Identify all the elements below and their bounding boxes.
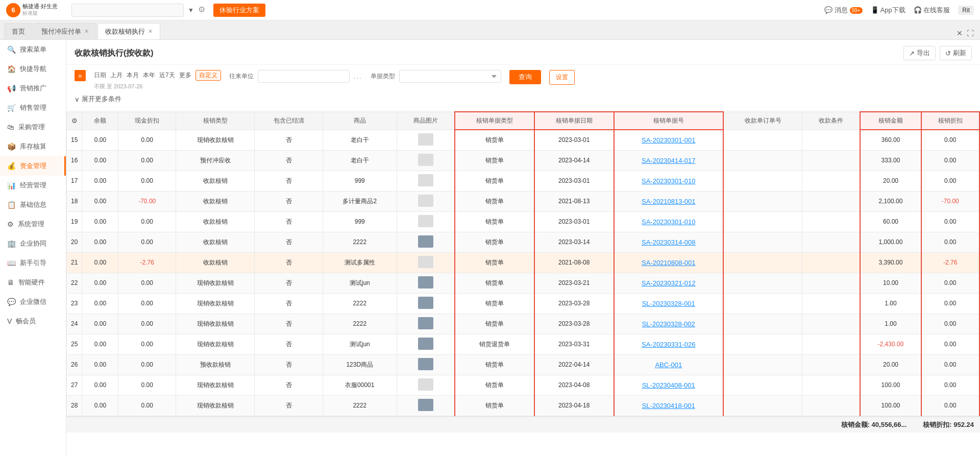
cell-type: 预收款核销 (176, 354, 255, 375)
cell-discount: 0.00 (118, 171, 176, 191)
type-select[interactable] (399, 70, 501, 83)
from-unit-input[interactable] (258, 70, 350, 83)
page-title: 收款核销执行(按收款) (75, 48, 154, 59)
sidebar-item-enterprise[interactable]: 🏢 企业协同 (0, 234, 66, 253)
cell-bill-no[interactable]: SL-20230408-001 (614, 375, 723, 395)
sidebar-item-wechat[interactable]: 💬 企业微信 (0, 292, 66, 311)
solution-button[interactable]: 休验行业方案 (213, 4, 265, 17)
cell-cancel-discount: 0.00 (921, 130, 979, 150)
cell-bill-type: 销货单 (455, 232, 534, 252)
product-image (418, 276, 433, 289)
th-gear[interactable]: ⚙ (67, 112, 82, 130)
cell-bill-type: 销货单 (455, 171, 534, 191)
date-prev-month[interactable]: 上月 (110, 71, 122, 80)
cell-bill-no[interactable]: SA-20230301-001 (614, 130, 723, 150)
sidebar-item-hardware[interactable]: 🖥 智能硬件 (0, 273, 66, 292)
cell-bill-date: 2023-04-14 (534, 150, 614, 171)
cell-cancel-amount: 1.00 (860, 314, 921, 334)
cell-bill-date: 2023-03-28 (534, 293, 614, 314)
cell-bill-no[interactable]: SA-20230331-026 (614, 334, 723, 354)
sidebar-item-system[interactable]: ⚙ 系统管理 (0, 214, 66, 234)
cell-bill-type: 销货单 (455, 354, 534, 375)
product-image (418, 297, 433, 309)
from-unit-more[interactable]: ... (354, 73, 362, 80)
cell-product: 测试jun (323, 334, 397, 354)
cell-product-img (397, 273, 455, 293)
cell-cancel-amount: 60.00 (860, 211, 921, 232)
sidebar-item-operation[interactable]: 📊 经营管理 (0, 176, 66, 195)
setting-button[interactable]: 设置 (549, 70, 575, 85)
cell-cancel-amount: 360.00 (860, 130, 921, 150)
date-custom[interactable]: 自定义 (195, 70, 221, 81)
cell-bill-no[interactable]: SA-20210813-001 (614, 191, 723, 211)
tab-maximize-icon[interactable]: ⛶ (967, 29, 974, 37)
cell-bill-no[interactable]: SA-20210808-001 (614, 252, 723, 273)
right-content: 收款核销执行(按收款) ↗ 导出 ↺ 刷新 » (66, 40, 980, 456)
cell-bill-no[interactable]: SL-20230418-001 (614, 395, 723, 416)
cell-included: 否 (255, 395, 323, 416)
cell-bill-no[interactable]: SA-20230301-010 (614, 171, 723, 191)
product-image-placeholder (418, 195, 433, 207)
cell-bill-no[interactable]: SA-20230301-010 (614, 211, 723, 232)
cell-bill-no[interactable]: SA-20230314-008 (614, 232, 723, 252)
search-dropdown[interactable]: ▼ (188, 7, 194, 14)
sidebar-item-search-menu[interactable]: 🔍 搜索菜单 (0, 40, 66, 59)
message-btn[interactable]: 💬 消息 99+ (824, 6, 862, 15)
tab-receipt-close[interactable]: ✕ (148, 28, 153, 35)
expand-more-btn[interactable]: ∨ 展开更多条件 (75, 94, 972, 104)
column-gear-icon: ⚙ (71, 117, 78, 125)
sidebar-item-quick-nav[interactable]: 🏠 快捷导航 (0, 59, 66, 79)
th-product: 商品 (323, 112, 397, 130)
cell-product: 测试jun (323, 273, 397, 293)
query-button[interactable]: 查询 (509, 70, 541, 84)
sidebar-item-guide[interactable]: 📖 新手引导 (0, 253, 66, 273)
cell-cancel-discount: 0.00 (921, 395, 979, 416)
cell-bill-no[interactable]: SL-20230328-002 (614, 314, 723, 334)
cell-bill-no[interactable]: ABC-001 (614, 354, 723, 375)
refresh-button[interactable]: ↺ 刷新 (940, 46, 972, 60)
table-row: 19 0.00 0.00 收款核销 否 999 销货单 2023-03-01 S… (67, 211, 980, 232)
sales-icon: 🛒 (7, 104, 16, 112)
filter-expand-button[interactable]: » (75, 70, 86, 81)
export-button[interactable]: ↗ 导出 (903, 46, 936, 60)
table-body: 15 0.00 0.00 现销收款核销 否 老白干 销货单 2023-03-01… (67, 130, 980, 416)
sidebar-item-basic[interactable]: 📋 基础信息 (0, 195, 66, 214)
online-service-btn[interactable]: 🎧 在线客服 (914, 6, 950, 15)
cell-included: 否 (255, 293, 323, 314)
cell-type: 现销收款核销 (176, 273, 255, 293)
date-more[interactable]: 更多 (179, 71, 191, 80)
date-this-month[interactable]: 本月 (127, 71, 139, 80)
sidebar-item-marketing[interactable]: 📢 营销推广 (0, 79, 66, 98)
operation-icon: 📊 (7, 181, 16, 189)
th-bill-no: 核销单据号 (614, 112, 723, 130)
tab-receipt[interactable]: 收款核销执行 ✕ (97, 23, 160, 39)
cell-bill-no[interactable]: SA-20230321-012 (614, 273, 723, 293)
sidebar-item-sales[interactable]: 🛒 销售管理 (0, 98, 66, 117)
search-input[interactable] (71, 4, 184, 17)
cell-product-img (397, 191, 455, 211)
cell-product: 2222 (323, 395, 397, 416)
gear-icon[interactable]: ⚙ (198, 5, 209, 16)
cell-no: 18 (67, 191, 82, 211)
table-row: 16 0.00 0.00 预付冲应收 否 老白干 销货单 2023-04-14 … (67, 150, 980, 171)
sidebar-item-fund[interactable]: 💰 资金管理 (0, 156, 66, 176)
cell-bill-no[interactable]: SL-20230328-001 (614, 293, 723, 314)
sidebar-item-purchase[interactable]: 🛍 采购管理 (0, 117, 66, 137)
cell-product-img (397, 232, 455, 252)
cell-product: 老白干 (323, 130, 397, 150)
cell-bill-no[interactable]: SA-20230414-017 (614, 150, 723, 171)
date-7days[interactable]: 近7天 (159, 71, 175, 80)
tab-prepay[interactable]: 预付冲应付单 ✕ (34, 23, 96, 39)
th-balance: 余额 (82, 112, 118, 130)
tab-close-all-icon[interactable]: ✕ (957, 29, 963, 37)
app-download-btn[interactable]: 📱 App下载 (871, 6, 905, 15)
sidebar-item-member[interactable]: V 畅会员 (0, 311, 66, 331)
cell-cancel-discount: 0.00 (921, 232, 979, 252)
tab-home[interactable]: 首页 (4, 23, 33, 39)
date-this-year[interactable]: 本年 (143, 71, 155, 80)
sidebar-item-inventory[interactable]: 📦 库存核算 (0, 137, 66, 156)
date-range-info: 不限 至 2023-07-26 (94, 83, 221, 90)
cell-cancel-discount: 0.00 (921, 354, 979, 375)
cell-product: 2222 (323, 293, 397, 314)
tab-prepay-close[interactable]: ✕ (84, 28, 89, 35)
